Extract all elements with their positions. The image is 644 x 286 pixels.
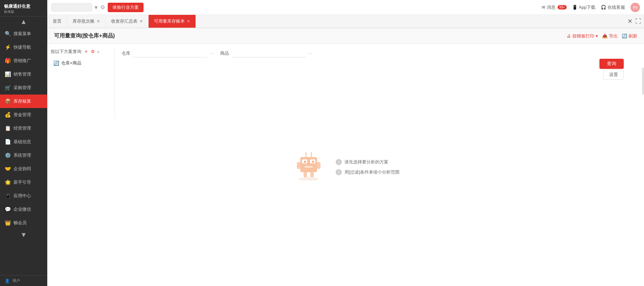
filter-row: 仓库 ··· 商品 ··· [122,48,637,57]
page-content: 可用量查询(按仓库+商品) 🖨 按模板打印 ▾ 📤 导出 🔄 刷新 [47,28,644,286]
scheme-item-warehouse[interactable]: 🔄 仓库+商品 [51,58,111,69]
export-btn[interactable]: 📤 导出 [602,33,618,39]
scroll-up-btn[interactable]: ▲ [0,17,47,27]
sidebar-item-finance[interactable]: 💰 资金管理 [0,108,47,122]
query-right: 仓库 ··· 商品 ··· 查询 设置 [115,48,644,118]
sidebar-item-sales[interactable]: 📊 销售管理 [0,68,47,81]
tab-available-label: 可用量库存账本 [154,18,185,24]
app-download-btn[interactable]: 📱 App下载 [572,4,595,10]
svg-rect-5 [305,166,313,167]
dropdown-icon[interactable]: ▾ [95,4,98,11]
cart-icon: 🛒 [5,85,11,91]
sidebar-item-label: 库存核算 [14,98,31,104]
collapse-btn[interactable]: « [97,49,100,54]
tab-summary-close[interactable]: ✕ [139,19,143,24]
tab-batch-close[interactable]: ✕ [97,19,100,24]
add-scheme-btn[interactable]: ＋ [83,48,89,55]
sidebar-item-nav[interactable]: ⚡ 快捷导航 [0,41,47,54]
service-icon: 🎧 [601,5,606,10]
warehouse-input[interactable] [133,49,207,57]
file-icon: 📄 [5,139,11,145]
app-icon: 📱 [572,5,577,10]
sidebar-item-guide[interactable]: 🌟 新手引导 [0,176,47,189]
query-left: 按以下方案查询 ＋ ⚙ « 🔄 仓库+商品 [47,48,115,118]
scroll-down-btn[interactable]: ▼ [0,230,47,240]
user-name-bottom: 用户 [12,278,20,283]
sidebar-item-label: 资金管理 [14,112,31,118]
tab-summary[interactable]: 收发存汇总表 ✕ [106,15,149,28]
topbar: ▾ ⚙ 体验行业方案 ✉ 消息 99+ 📱 App下载 🎧 在线客服 Rit [47,0,644,15]
online-service-btn[interactable]: 🎧 在线客服 [601,4,625,10]
service-label: 在线客服 [608,4,625,10]
sidebar-bottom: 👤 用户 [0,275,47,286]
industry-btn[interactable]: 体验行业方案 [108,3,144,12]
print-btn[interactable]: 🖨 按模板打印 ▾ [567,33,598,39]
money-icon: 💰 [5,112,11,118]
chart-icon: 📊 [5,71,11,77]
tab-available[interactable]: 可用量库存账本 ✕ [149,15,196,28]
sidebar-item-search[interactable]: 🔍 搜索菜单 [0,27,47,41]
message-badge: 99+ [558,5,567,9]
tab-close-btn[interactable]: ✕ [627,18,633,25]
tab-available-close[interactable]: ✕ [187,19,190,24]
settings-btn-right[interactable]: 设置 [603,70,624,80]
mobile-icon: 📱 [5,193,11,199]
settings-gear-icon[interactable]: ⚙ [100,4,105,10]
query-container: 仓库 ··· 商品 ··· 查询 设置 [122,48,637,72]
svg-rect-0 [300,157,317,172]
message-btn[interactable]: ✉ 消息 99+ [542,4,567,10]
empty-tip-2: 2 用[过滤]条件来缩小分析范围 [336,169,400,175]
print-icon: 🖨 [567,33,571,38]
goods-label: 商品 [220,50,229,56]
sidebar-item-label: 系统管理 [14,152,31,158]
sidebar-item-appstore[interactable]: 📱 应用中心 [0,189,47,203]
tab-home[interactable]: 首页 [47,15,67,28]
refresh-icon: 🔄 [622,33,627,38]
sidebar-item-system[interactable]: ⚙️ 系统管理 [0,149,47,162]
gift-icon: 🎁 [5,58,11,64]
tab-batch[interactable]: 库存批次账 ✕ [67,15,106,28]
search-icon: 🔍 [5,31,11,37]
sidebar-item-marketing[interactable]: 🎁 营销推广 [0,54,47,68]
sidebar-item-basic[interactable]: 📄 基础信息 [0,135,47,149]
topbar-right: ✉ 消息 99+ 📱 App下载 🎧 在线客服 Rit [542,3,640,12]
goods-input[interactable] [232,49,306,57]
empty-illustration [292,145,326,182]
export-label: 导出 [609,33,618,39]
svg-rect-3 [304,161,306,163]
sidebar-item-member[interactable]: 👑 畅会员 [0,216,47,230]
page-title: 可用量查询(按仓库+商品) [54,32,115,40]
query-section: 按以下方案查询 ＋ ⚙ « 🔄 仓库+商品 仓库 [47,44,644,118]
sidebar-item-wechat[interactable]: 💬 企业微信 [0,203,47,216]
goods-more-btn[interactable]: ··· [309,51,312,56]
star-icon: 🌟 [5,179,11,185]
sidebar-item-label: 快捷导航 [14,44,31,50]
sidebar-logo: 畅康通好生意 标准版 [0,0,47,17]
sidebar-item-label: 基础信息 [14,139,31,145]
tab-expand-btn[interactable]: ⛶ [635,18,641,25]
svg-rect-10 [305,152,307,157]
refresh-btn[interactable]: 🔄 刷新 [622,33,637,39]
sidebar-item-inventory[interactable]: 📦 库存核算 [0,95,47,108]
sidebar-item-label: 企业协同 [14,166,31,172]
tip-text-2: 用[过滤]条件来缩小分析范围 [344,169,400,175]
sidebar-item-collab[interactable]: 🤝 企业协同 [0,162,47,176]
sidebar-item-management[interactable]: 📋 经营管理 [0,122,47,135]
user-avatar-small: 👤 [5,279,10,283]
goods-field: 商品 ··· [220,49,312,57]
btn-row: 查询 设置 [122,57,637,72]
search-input[interactable] [51,3,92,11]
gear-icon: ⚙️ [5,152,11,158]
query-btn[interactable]: 查询 [599,59,624,69]
user-avatar[interactable]: Rit [630,3,640,12]
sidebar-item-purchase[interactable]: 🛒 采购管理 [0,81,47,95]
svg-rect-7 [317,162,320,169]
svg-rect-9 [310,172,314,177]
manage-scheme-btn[interactable]: ⚙ [91,49,95,54]
tip-num-1: 1 [336,159,342,165]
scheme-section-label: 按以下方案查询 [51,49,81,55]
tab-home-label: 首页 [53,18,61,24]
refresh-label: 刷新 [628,33,637,39]
sidebar-item-label: 畅会员 [14,220,27,226]
warehouse-more-btn[interactable]: ··· [210,51,213,56]
